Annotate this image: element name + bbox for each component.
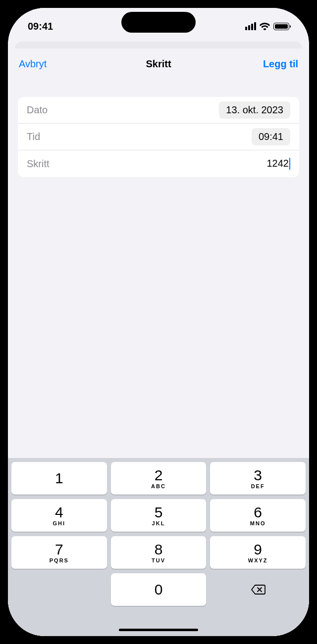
key-6[interactable]: 6 MNO: [210, 499, 306, 532]
modal-backdrop: Avbryt Skritt Legg til Dato 13. okt. 202…: [8, 42, 309, 636]
page-title: Skritt: [146, 58, 171, 70]
key-5[interactable]: 5 JKL: [111, 499, 207, 532]
key-4[interactable]: 4 GHI: [11, 499, 107, 532]
status-icons: [245, 22, 289, 30]
device-frame: 09:41 Avbryt Skritt: [0, 0, 317, 644]
steps-value: 1242: [267, 158, 289, 169]
status-time: 09:41: [28, 21, 53, 32]
key-8[interactable]: 8 TUV: [111, 536, 207, 569]
date-row: Dato 13. okt. 2023: [18, 97, 299, 124]
backspace-button[interactable]: [210, 573, 306, 606]
battery-icon: [273, 23, 289, 30]
key-2[interactable]: 2 ABC: [111, 462, 207, 495]
key-9[interactable]: 9 WXYZ: [210, 536, 306, 569]
key-7[interactable]: 7 PQRS: [11, 536, 107, 569]
home-indicator[interactable]: [119, 629, 198, 631]
steps-row: Skritt 1242: [18, 150, 299, 177]
modal-sheet: Avbryt Skritt Legg til Dato 13. okt. 202…: [8, 48, 309, 636]
cellular-signal-icon: [245, 22, 256, 30]
cancel-button[interactable]: Avbryt: [19, 58, 47, 70]
key-empty: [11, 573, 107, 606]
steps-input[interactable]: 1242: [267, 158, 291, 170]
time-label: Tid: [27, 131, 40, 142]
time-row: Tid 09:41: [18, 124, 299, 150]
backspace-icon: [251, 584, 265, 595]
key-1[interactable]: 1: [11, 462, 107, 495]
add-button[interactable]: Legg til: [263, 58, 298, 70]
date-picker[interactable]: 13. okt. 2023: [219, 101, 290, 119]
form-section: Dato 13. okt. 2023 Tid 09:41 Skritt 1242: [18, 97, 299, 177]
screen: 09:41 Avbryt Skritt: [8, 8, 309, 636]
numeric-keyboard: 1 2 ABC 3 DEF 4: [8, 458, 309, 636]
text-cursor: [289, 158, 290, 170]
date-label: Dato: [27, 104, 48, 116]
navigation-bar: Avbryt Skritt Legg til: [8, 48, 309, 79]
key-3[interactable]: 3 DEF: [210, 462, 306, 495]
key-0[interactable]: 0: [111, 573, 207, 606]
time-picker[interactable]: 09:41: [252, 128, 290, 145]
steps-label: Skritt: [27, 158, 50, 170]
dynamic-island: [121, 12, 196, 33]
wifi-icon: [260, 22, 270, 30]
